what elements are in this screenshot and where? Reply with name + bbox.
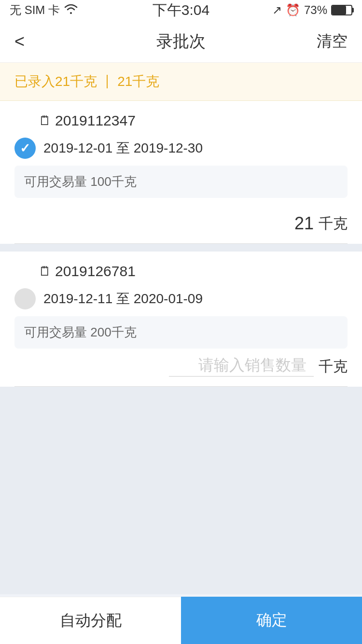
section-divider [0,244,362,252]
status-bar: 无 SIM 卡 下午3:04 ↗ ⏰ 73% [0,0,362,20]
batch-item-2-date-row[interactable]: 2019-12-11 至 2020-01-09 [0,284,362,314]
sim-text: 无 SIM 卡 [10,2,60,18]
batch-item-1-header: 🗒 2019112347 [0,101,362,134]
summary-bar: 已录入21千克 21千克 [0,63,362,101]
total-amount: 21千克 [117,72,159,91]
quantity-value-1: 21 [294,213,314,234]
quantity-row-1: 21 千克 [0,206,362,243]
footer: 自动分配 确定 [0,597,362,644]
quantity-unit-2: 千克 [319,357,348,377]
batch-item-2: 🗒 2019126781 2019-12-11 至 2020-01-09 可用交… [0,252,362,387]
status-bar-time: 下午3:04 [153,0,209,20]
batch-item-1-date-row[interactable]: ✓ 2019-12-01 至 2019-12-30 [0,134,362,164]
batch-radio-2[interactable] [14,288,36,309]
quantity-input-2[interactable] [169,356,314,377]
batch-item-1: 🗒 2019112347 ✓ 2019-12-01 至 2019-12-30 可… [0,101,362,244]
doc-icon-2: 🗒 [39,264,51,279]
battery-icon [331,5,352,15]
batch-item-2-id: 🗒 2019126781 [39,263,348,280]
confirm-button[interactable]: 确定 [181,597,362,644]
battery-percent: 73% [304,3,327,17]
bottom-area [0,387,362,594]
status-bar-left: 无 SIM 卡 [10,2,78,18]
wifi-icon [64,3,78,17]
back-button[interactable]: < [14,31,25,52]
nav-bar: < 录批次 清空 [0,20,362,63]
check-icon-1: ✓ [20,141,30,156]
batch-item-2-header: 🗒 2019126781 [0,252,362,284]
batch-radio-1[interactable]: ✓ [14,138,36,159]
quantity-unit-1: 千克 [319,214,348,234]
batch-availability-1: 可用交易量 100千克 [14,166,348,198]
batch-item-1-id: 🗒 2019112347 [39,112,348,129]
batch-availability-2: 可用交易量 200千克 [14,316,348,349]
page-title: 录批次 [156,30,206,53]
location-icon: ↗ [272,3,282,17]
status-bar-right: ↗ ⏰ 73% [272,3,352,17]
alarm-icon: ⏰ [286,3,300,17]
auto-distribute-button[interactable]: 自动分配 [0,597,181,644]
clear-button[interactable]: 清空 [317,31,348,52]
batch-date-1: 2019-12-01 至 2019-12-30 [43,139,203,157]
batch-date-2: 2019-12-11 至 2020-01-09 [43,290,203,308]
recorded-amount: 已录入21千克 [14,72,97,91]
quantity-input-row-2: 千克 [0,356,362,386]
doc-icon-1: 🗒 [39,113,51,128]
summary-divider [107,75,108,88]
